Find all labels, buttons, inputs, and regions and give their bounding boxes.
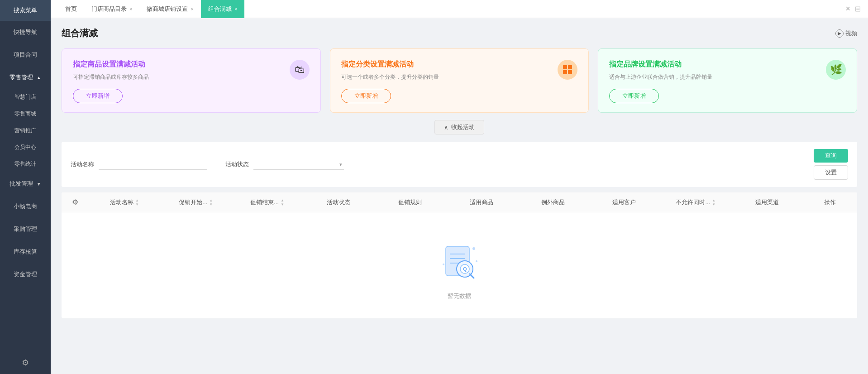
sidebar-item-inventory-calc[interactable]: 库存核算 bbox=[0, 240, 51, 263]
sidebar-settings-btn[interactable]: ⚙ bbox=[0, 351, 51, 374]
product-card-title: 指定商品设置满减活动 bbox=[73, 60, 310, 69]
tab-wechat-store-label: 微商城店铺设置 bbox=[147, 5, 188, 13]
gear-table-icon[interactable]: ⚙ bbox=[72, 198, 78, 206]
sidebar-item-retail-stats-label: 零售统计 bbox=[14, 161, 36, 167]
category-card-title: 指定分类设置满减活动 bbox=[341, 60, 578, 69]
sidebar-item-purchase-mgmt[interactable]: 采购管理 bbox=[0, 218, 51, 240]
th-exception-goods-label: 例外商品 bbox=[541, 198, 565, 206]
sidebar-item-member-center[interactable]: 会员中心 bbox=[0, 139, 51, 156]
sidebar-item-retail-mall-label: 零售商城 bbox=[14, 110, 36, 117]
sidebar-item-retail-mall[interactable]: 零售商城 bbox=[0, 105, 51, 122]
window-minimize-btn[interactable]: ⊟ bbox=[855, 5, 861, 13]
th-promo-end: 促销结束... ▲▼ bbox=[232, 198, 303, 206]
category-card-btn[interactable]: 立即新增 bbox=[341, 89, 391, 103]
table-header: ⚙ 活动名称 ▲▼ 促销开始... ▲▼ 促销结束... ▲▼ 活动状态 bbox=[62, 192, 857, 212]
svg-text:Q: Q bbox=[463, 266, 467, 272]
retail-mgmt-arrow-icon: ▲ bbox=[37, 75, 41, 80]
th-activity-status-label: 活动状态 bbox=[327, 198, 350, 206]
sidebar-item-member-center-label: 会员中心 bbox=[14, 144, 36, 150]
th-operations-label: 操作 bbox=[824, 198, 836, 206]
tab-combo-discount[interactable]: 组合满减 × bbox=[201, 0, 244, 18]
product-card-btn[interactable]: 立即新增 bbox=[73, 89, 123, 103]
query-button[interactable]: 查询 bbox=[814, 149, 848, 163]
sidebar-item-smart-store[interactable]: 智慧门店 bbox=[0, 89, 51, 105]
th-activity-name-label: 活动名称 bbox=[110, 198, 134, 206]
video-btn-label: 视频 bbox=[845, 29, 857, 38]
th-not-allow-concurrent-label: 不允许同时... bbox=[676, 198, 710, 206]
svg-rect-3 bbox=[568, 70, 572, 74]
sidebar-item-smart-store-label: 智慧门店 bbox=[14, 94, 36, 100]
sidebar-item-purchase-label: 采购管理 bbox=[14, 225, 37, 232]
activity-name-label: 活动名称 bbox=[71, 160, 94, 168]
empty-illustration: Q bbox=[437, 240, 482, 285]
sidebar-item-project-contract[interactable]: 项目合同 bbox=[0, 43, 51, 66]
sidebar-item-quick-nav[interactable]: 快捷导航 bbox=[0, 21, 51, 43]
sidebar-item-xc-ecom-label: 小畅电商 bbox=[14, 203, 37, 210]
th-promo-start: 促销开始... ▲▼ bbox=[160, 198, 232, 206]
sidebar-item-search[interactable]: 搜索菜单 bbox=[0, 0, 51, 21]
main-content: 首页 门店商品目录 × 微商城店铺设置 × 组合满减 × × ⊟ 组合满减 ▶ … bbox=[51, 0, 868, 374]
tab-combo-discount-close[interactable]: × bbox=[234, 6, 237, 12]
activity-name-input[interactable] bbox=[99, 159, 207, 170]
th-not-allow-concurrent: 不允许同时... ▲▼ bbox=[660, 198, 731, 206]
th-settings: ⚙ bbox=[62, 198, 89, 206]
collapse-up-icon: ∧ bbox=[444, 124, 448, 131]
sidebar-item-inventory-label: 库存核算 bbox=[14, 248, 37, 255]
sidebar: 搜索菜单 快捷导航 项目合同 零售管理 ▲ 智慧门店 零售商城 营销推广 会员中… bbox=[0, 0, 51, 374]
sidebar-item-project-label: 项目合同 bbox=[14, 51, 37, 58]
th-applicable-goods: 适用商品 bbox=[446, 198, 517, 206]
sidebar-item-xc-ecom[interactable]: 小畅电商 bbox=[0, 195, 51, 218]
sidebar-item-finance-label: 资金管理 bbox=[14, 271, 37, 278]
svg-point-13 bbox=[443, 264, 444, 265]
brand-card: 指定品牌设置满减活动 适合与上游企业联合做营销，提升品牌销量 🌿 立即新增 bbox=[598, 48, 857, 113]
collapse-bar: ∧ 收起活动 bbox=[62, 120, 857, 134]
sidebar-item-retail-mgmt-label: 零售管理 bbox=[10, 74, 33, 81]
shopping-bag-icon: 🛍 bbox=[290, 60, 310, 80]
filter-buttons: 查询 设置 bbox=[814, 149, 848, 180]
window-controls: × ⊟ bbox=[845, 4, 861, 14]
activity-status-select[interactable] bbox=[253, 159, 344, 170]
page-content: 组合满减 ▶ 视频 指定商品设置满减活动 可指定滞销商品或库存较多商品 🛍 立即… bbox=[51, 18, 868, 374]
svg-line-10 bbox=[470, 274, 474, 278]
sort-arrows-activity-name[interactable]: ▲▼ bbox=[135, 198, 139, 206]
th-promo-end-label: 促销结束... bbox=[250, 198, 279, 206]
th-applicable-customer: 适用客户 bbox=[589, 198, 660, 206]
cards-row: 指定商品设置满减活动 可指定滞销商品或库存较多商品 🛍 立即新增 指定分类设置满… bbox=[62, 48, 857, 113]
tab-store-catalog-close[interactable]: × bbox=[129, 6, 132, 12]
collapse-btn-label: 收起活动 bbox=[451, 123, 475, 131]
brand-card-desc: 适合与上游企业联合做营销，提升品牌销量 bbox=[609, 73, 846, 82]
tab-store-catalog[interactable]: 门店商品目录 × bbox=[84, 0, 139, 18]
tab-wechat-store-close[interactable]: × bbox=[191, 6, 193, 12]
sidebar-item-retail-stats[interactable]: 零售统计 bbox=[0, 156, 51, 173]
setting-button[interactable]: 设置 bbox=[814, 165, 848, 180]
window-close-btn[interactable]: × bbox=[845, 4, 850, 14]
sidebar-item-retail-mgmt[interactable]: 零售管理 ▲ bbox=[0, 66, 51, 89]
brand-card-btn[interactable]: 立即新增 bbox=[609, 89, 659, 103]
collapse-btn[interactable]: ∧ 收起活动 bbox=[434, 120, 484, 134]
sidebar-item-mkt-promo[interactable]: 营销推广 bbox=[0, 122, 51, 139]
sidebar-item-wholesale-mgmt[interactable]: 批发管理 ▼ bbox=[0, 173, 51, 195]
video-btn[interactable]: ▶ 视频 bbox=[835, 29, 857, 38]
empty-state: Q 暂无数据 bbox=[62, 212, 857, 318]
sidebar-item-finance-mgmt[interactable]: 资金管理 bbox=[0, 263, 51, 286]
brand-card-title: 指定品牌设置满减活动 bbox=[609, 60, 846, 69]
data-table: ⚙ 活动名称 ▲▼ 促销开始... ▲▼ 促销结束... ▲▼ 活动状态 bbox=[62, 192, 857, 318]
product-card-desc: 可指定滞销商品或库存较多商品 bbox=[73, 73, 310, 82]
activity-status-label: 活动状态 bbox=[225, 160, 249, 168]
play-circle-icon: ▶ bbox=[835, 29, 844, 38]
sort-arrows-concurrent[interactable]: ▲▼ bbox=[712, 198, 715, 206]
page-header: 组合满减 ▶ 视频 bbox=[62, 27, 857, 39]
filter-activity-status: 活动状态 ▾ bbox=[225, 159, 344, 170]
tab-bar: 首页 门店商品目录 × 微商城店铺设置 × 组合满减 × × ⊟ bbox=[51, 0, 868, 18]
tab-home[interactable]: 首页 bbox=[58, 0, 84, 18]
th-exception-goods: 例外商品 bbox=[517, 198, 589, 206]
sort-arrows-promo-end[interactable]: ▲▼ bbox=[281, 198, 284, 206]
th-applicable-channel: 适用渠道 bbox=[731, 198, 803, 206]
th-activity-name: 活动名称 ▲▼ bbox=[89, 198, 160, 206]
tab-wechat-store[interactable]: 微商城店铺设置 × bbox=[139, 0, 200, 18]
tab-home-label: 首页 bbox=[65, 5, 77, 13]
svg-rect-0 bbox=[563, 65, 567, 69]
sidebar-item-wholesale-label: 批发管理 bbox=[10, 180, 33, 187]
sort-arrows-promo-start[interactable]: ▲▼ bbox=[209, 198, 213, 206]
empty-text: 暂无数据 bbox=[448, 292, 471, 300]
